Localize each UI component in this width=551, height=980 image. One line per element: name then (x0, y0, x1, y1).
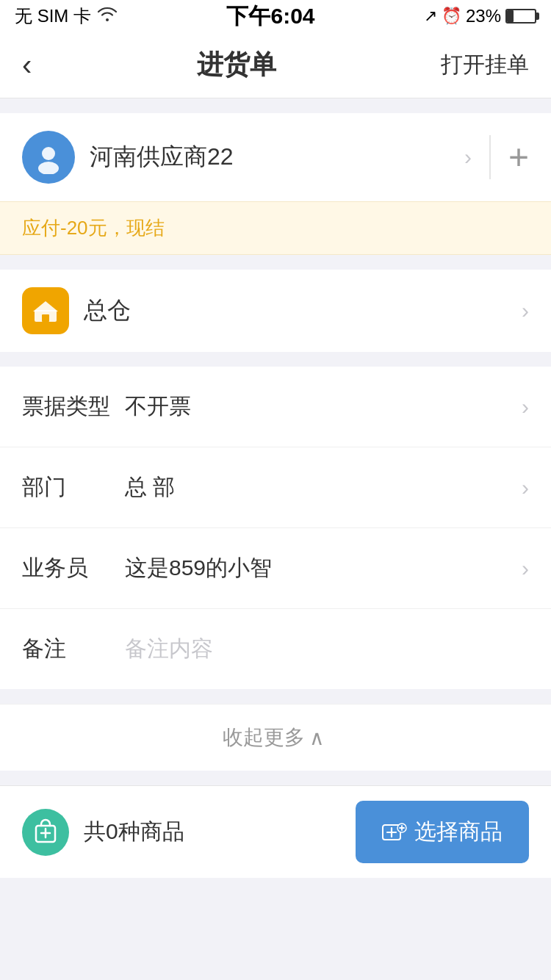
warehouse-icon (22, 287, 69, 334)
invoice-value: 不开票 (125, 392, 522, 422)
svg-point-1 (38, 162, 59, 174)
warehouse-section[interactable]: 总仓 › (0, 270, 551, 352)
nav-bar: ‹ 进货单 打开挂单 (0, 32, 551, 98)
svg-point-0 (42, 147, 55, 160)
svg-marker-3 (33, 301, 58, 311)
supplier-name: 河南供应商22 (90, 141, 464, 173)
remark-input[interactable]: 备注内容 (125, 634, 529, 664)
battery-percent: 23% (466, 6, 501, 26)
salesperson-chevron-icon: › (522, 556, 529, 581)
salesperson-label: 业务员 (22, 553, 118, 583)
carrier-label: 无 SIM 卡 (15, 4, 91, 28)
status-right: ↗ ⏰ 23% (424, 6, 536, 26)
location-icon: ↗ (424, 7, 437, 26)
page-title: 进货单 (197, 47, 276, 83)
select-product-button[interactable]: 选择商品 (356, 801, 529, 863)
select-product-label: 选择商品 (414, 817, 503, 847)
supplier-divider (489, 135, 491, 179)
bottom-product-bar: 共0种商品 选择商品 (0, 785, 551, 878)
status-bar: 无 SIM 卡 下午6:04 ↗ ⏰ 23% (0, 0, 551, 32)
invoice-row[interactable]: 票据类型 不开票 › (0, 367, 551, 447)
invoice-chevron-icon: › (522, 394, 529, 419)
page-bottom (0, 878, 551, 980)
supplier-section: 河南供应商22 › + 应付-20元，现结 (0, 113, 551, 255)
department-row[interactable]: 部门 总 部 › (0, 447, 551, 528)
product-icon (22, 809, 69, 856)
add-supplier-button[interactable]: + (508, 140, 529, 175)
salesperson-value: 这是859的小智 (125, 553, 522, 583)
warehouse-name: 总仓 (84, 295, 522, 327)
notice-text: 应付-20元，现结 (22, 217, 165, 239)
alarm-icon: ⏰ (442, 7, 461, 26)
status-left: 无 SIM 卡 (15, 4, 118, 28)
remark-row[interactable]: 备注 备注内容 (0, 609, 551, 689)
open-pending-button[interactable]: 打开挂单 (441, 50, 529, 80)
svg-rect-4 (42, 314, 49, 322)
supplier-chevron-icon: › (464, 145, 472, 170)
time-display: 下午6:04 (226, 1, 314, 32)
back-button[interactable]: ‹ (22, 48, 32, 82)
collapse-icon: ∧ (309, 726, 325, 750)
collapse-label: 收起更多 (223, 724, 305, 752)
notice-bar: 应付-20元，现结 (0, 201, 551, 255)
product-count: 共0种商品 (84, 817, 356, 847)
battery-icon (505, 9, 536, 24)
department-chevron-icon: › (522, 475, 529, 500)
supplier-avatar (22, 131, 75, 184)
department-value: 总 部 (125, 472, 522, 502)
gap-1 (0, 98, 551, 113)
department-label: 部门 (22, 472, 118, 502)
collapse-button[interactable]: 收起更多 ∧ (0, 704, 551, 771)
form-section: 票据类型 不开票 › 部门 总 部 › 业务员 这是859的小智 › 备注 备注… (0, 367, 551, 689)
invoice-label: 票据类型 (22, 392, 118, 422)
warehouse-chevron-icon: › (522, 298, 529, 323)
supplier-row[interactable]: 河南供应商22 › + (0, 113, 551, 201)
wifi-icon (97, 6, 118, 26)
salesperson-row[interactable]: 业务员 这是859的小智 › (0, 528, 551, 609)
remark-label: 备注 (22, 634, 118, 664)
